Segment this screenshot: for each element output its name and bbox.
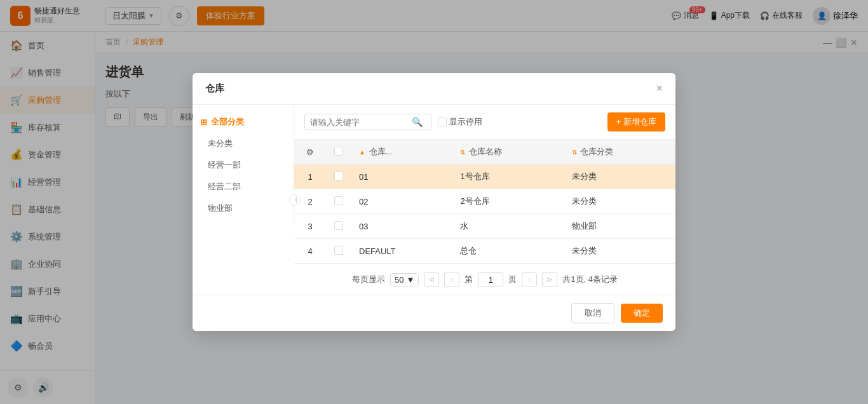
collapse-panel-button[interactable]: 《 [289, 194, 301, 206]
show-disabled-wrap: 显示停用 [438, 116, 482, 128]
search-input-wrap: 🔍 [304, 114, 431, 130]
all-category-label: 全部分类 [211, 116, 244, 128]
select-all-checkbox[interactable] [334, 147, 343, 156]
modal-body: ⊞ 全部分类 未分类 经营一部 经营二部 物业部 《 🔍 [193, 105, 675, 295]
sort-code-icon: ▲ [359, 149, 365, 156]
category-item-ops2[interactable]: 经营二部 [193, 176, 294, 198]
row-cat-2: 未分类 [564, 189, 675, 214]
per-page-arrow-icon: ▼ [406, 275, 414, 285]
category-item-ops1[interactable]: 经营一部 [193, 154, 294, 176]
table-row[interactable]: 4 DEFAULT 总仓 未分类 [294, 239, 675, 264]
row-idx-3: 3 [294, 214, 326, 239]
confirm-button[interactable]: 确定 [621, 304, 663, 323]
col-header-check [326, 140, 351, 165]
row-check-3[interactable] [326, 214, 351, 239]
right-panel: 🔍 显示停用 + 新增仓库 ⚙ [294, 105, 675, 295]
sort-cat-icon: ⇅ [572, 149, 577, 156]
modal-backdrop: 仓库 × ⊞ 全部分类 未分类 经营一部 经营二部 物业部 《 [0, 0, 868, 404]
row-code-2: 02 [351, 189, 452, 214]
next-page-button[interactable]: › [522, 272, 537, 287]
warehouse-table: ⚙ ▲ 仓库... ⇅ [294, 140, 675, 264]
first-page-button[interactable]: ⊲ [424, 272, 439, 287]
sort-name-icon: ⇅ [460, 149, 465, 156]
row-code-1: 01 [351, 165, 452, 189]
total-label: 共1页, 4条记录 [562, 274, 618, 285]
col-header-category: ⇅ 仓库分类 [564, 140, 675, 165]
table-header: ⚙ ▲ 仓库... ⇅ [294, 140, 675, 165]
warehouse-table-wrap: ⚙ ▲ 仓库... ⇅ [294, 140, 675, 264]
page-label: 第 [465, 274, 473, 285]
prev-page-button[interactable]: ‹ [444, 272, 459, 287]
per-page-value: 50 [395, 275, 403, 285]
category-item-property[interactable]: 物业部 [193, 198, 294, 219]
row-idx-1: 1 [294, 165, 326, 189]
table-row[interactable]: 1 01 1号仓库 未分类 [294, 165, 675, 189]
row-code-3: 03 [351, 214, 452, 239]
row-4-checkbox[interactable] [334, 246, 343, 255]
row-1-checkbox[interactable] [334, 172, 343, 180]
row-code-4: DEFAULT [351, 239, 452, 264]
row-check-2[interactable] [326, 189, 351, 214]
category-item-uncat[interactable]: 未分类 [193, 133, 294, 154]
row-check-1[interactable] [326, 165, 351, 189]
table-row[interactable]: 3 03 水 物业部 [294, 214, 675, 239]
row-cat-4: 未分类 [564, 239, 675, 264]
page-unit: 页 [508, 274, 517, 285]
modal-title: 仓库 [205, 83, 224, 95]
row-check-4[interactable] [326, 239, 351, 264]
row-idx-4: 4 [294, 239, 326, 264]
search-bar: 🔍 显示停用 + 新增仓库 [294, 105, 675, 140]
all-category-item[interactable]: ⊞ 全部分类 [193, 111, 294, 133]
row-3-checkbox[interactable] [334, 221, 343, 230]
gear-col-icon: ⚙ [306, 147, 314, 157]
category-panel: ⊞ 全部分类 未分类 经营一部 经营二部 物业部 [193, 105, 294, 226]
row-cat-3: 物业部 [564, 214, 675, 239]
grid-icon: ⊞ [200, 118, 207, 127]
row-2-checkbox[interactable] [334, 196, 343, 205]
col-header-name: ⇅ 仓库名称 [452, 140, 564, 165]
row-name-1: 1号仓库 [452, 165, 564, 189]
row-name-2: 2号仓库 [452, 189, 564, 214]
row-cat-1: 未分类 [564, 165, 675, 189]
last-page-button[interactable]: ⊳ [542, 272, 557, 287]
col-category-label: 仓库分类 [580, 147, 613, 156]
table-body: 1 01 1号仓库 未分类 2 02 2号仓库 [294, 165, 675, 264]
category-panel-wrap: ⊞ 全部分类 未分类 经营一部 经营二部 物业部 《 [193, 105, 294, 295]
per-page-select[interactable]: 50 ▼ [390, 273, 419, 286]
col-header-code: ▲ 仓库... [351, 140, 452, 165]
col-code-label: 仓库... [369, 147, 393, 156]
modal-footer: 取消 确定 [193, 295, 675, 331]
row-name-3: 水 [452, 214, 564, 239]
col-header-idx: ⚙ [294, 140, 326, 165]
show-disabled-label: 显示停用 [449, 116, 482, 128]
warehouse-modal: 仓库 × ⊞ 全部分类 未分类 经营一部 经营二部 物业部 《 [193, 73, 675, 331]
col-name-label: 仓库名称 [469, 147, 502, 156]
per-page-label: 每页显示 [352, 274, 385, 285]
row-name-4: 总仓 [452, 239, 564, 264]
pagination: 每页显示 50 ▼ ⊲ ‹ 第 页 › ⊳ 共1页, 4条记录 [294, 264, 675, 295]
modal-header: 仓库 × [193, 73, 675, 105]
search-icon[interactable]: 🔍 [412, 117, 423, 127]
cancel-button[interactable]: 取消 [571, 303, 614, 323]
search-input[interactable] [310, 118, 412, 127]
show-disabled-checkbox[interactable] [438, 118, 447, 126]
modal-close-icon[interactable]: × [656, 82, 663, 95]
add-warehouse-button[interactable]: + 新增仓库 [607, 112, 665, 131]
table-row[interactable]: 2 02 2号仓库 未分类 [294, 189, 675, 214]
page-number-input[interactable] [478, 272, 503, 287]
